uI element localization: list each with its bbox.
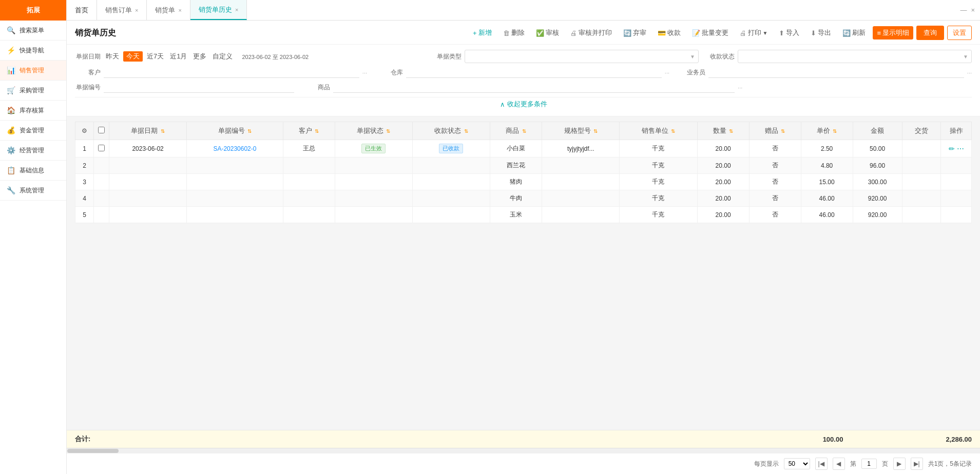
scroll-thumb[interactable] (67, 449, 119, 453)
quantity-col-label: 数量 (713, 127, 726, 134)
sidebar-item-sales-mgmt[interactable]: 📊 销售管理 (0, 61, 66, 81)
last-page-button[interactable]: ▶| (911, 458, 923, 470)
sidebar-item-search-menu[interactable]: 🔍 搜索菜单 (0, 21, 66, 41)
approve-print-button[interactable]: 🖨 审核并打印 (566, 26, 616, 40)
row-payment-status-1: 已收款 (412, 140, 490, 157)
abandon-icon: 🔄 (623, 29, 631, 37)
sidebar-item-purchase-mgmt[interactable]: 🛒 采购管理 (0, 81, 66, 101)
close-window-button[interactable]: × (971, 6, 975, 14)
collapse-button[interactable]: ∧ 收起更多条件 (75, 97, 972, 111)
settings-col-header[interactable]: ⚙ (75, 122, 94, 140)
unit-price-col-header[interactable]: 单价 ⇅ (801, 122, 853, 140)
search-icon: 🔍 (6, 26, 15, 35)
tab-sales-delivery-close[interactable]: × (178, 7, 181, 13)
row-doc-number-1[interactable]: SA-20230602-0 (187, 140, 283, 157)
quantity-col-header[interactable]: 数量 ⇅ (697, 122, 749, 140)
product-col-header[interactable]: 商品 ⇅ (490, 122, 542, 140)
export-icon: ⬇ (811, 29, 816, 37)
product-input[interactable] (333, 82, 735, 93)
query-button[interactable]: 查询 (916, 26, 944, 40)
payment-status-select[interactable]: ▼ (738, 50, 972, 63)
today-shortcut[interactable]: 今天 (123, 51, 143, 62)
sidebar-item-basic-info[interactable]: 📋 基础信息 (0, 161, 66, 181)
row-checkbox-2 (94, 157, 109, 174)
row-transaction-1 (902, 140, 940, 157)
per-page-select[interactable]: 50 100 200 (784, 458, 810, 469)
tab-sales-order[interactable]: 销售订单 × (97, 0, 147, 20)
warehouse-input[interactable] (406, 67, 662, 78)
page-number-input[interactable] (861, 459, 877, 469)
refresh-button[interactable]: 🔄 刷新 (838, 26, 870, 40)
print-button[interactable]: 🖨 打印 ▼ (736, 26, 772, 40)
delete-button[interactable]: 🗑 删除 (499, 26, 529, 40)
settings-button[interactable]: 设置 (947, 26, 972, 40)
customer-more-icon[interactable]: ··· (362, 70, 367, 76)
filter-row-1: 单据日期 昨天 今天 近7天 近1月 更多 自定义 2023-06-02 至 2… (75, 50, 972, 63)
abandon-button[interactable]: 🔄 弃审 (619, 26, 650, 40)
tab-home-label: 首页 (75, 6, 88, 15)
row-select-checkbox[interactable] (98, 145, 105, 151)
new-button[interactable]: + 新增 (469, 26, 496, 40)
edit-icon[interactable]: ✏ (949, 145, 955, 153)
salesperson-input[interactable] (708, 67, 964, 78)
customer-input[interactable] (104, 67, 359, 78)
more-icon[interactable]: ⋯ (957, 145, 964, 153)
row-actions-1: ✏ ⋯ (941, 140, 972, 157)
row-amount-4: 920.00 (853, 190, 902, 207)
more-shortcut[interactable]: 更多 (191, 51, 208, 62)
product-more-icon[interactable]: ··· (738, 85, 742, 91)
tab-sales-history-close[interactable]: × (235, 7, 238, 13)
approve-print-icon: 🖨 (570, 29, 577, 37)
export-button[interactable]: ⬇ 导出 (806, 26, 835, 40)
sales-unit-col-header[interactable]: 销售单位 ⇅ (620, 122, 697, 140)
tab-sales-order-close[interactable]: × (135, 7, 138, 13)
sidebar-item-ops-mgmt[interactable]: ⚙️ 经营管理 (0, 141, 66, 161)
doc-number-sort-icon: ⇅ (247, 128, 252, 134)
sidebar-item-inventory-calc[interactable]: 🏠 库存核算 (0, 101, 66, 121)
month-shortcut[interactable]: 近1月 (168, 51, 189, 62)
doc-number-col-header[interactable]: 单据编号 ⇅ (187, 122, 283, 140)
horizontal-scrollbar[interactable] (67, 448, 980, 453)
yesterday-shortcut[interactable]: 昨天 (104, 51, 121, 62)
sidebar-item-quick-nav[interactable]: ⚡ 快捷导航 (0, 41, 66, 61)
first-page-button[interactable]: |◀ (815, 458, 828, 470)
select-all-checkbox[interactable] (98, 127, 105, 133)
row-product-2: 西兰花 (490, 157, 542, 174)
tab-sales-history[interactable]: 销货单历史 × (190, 0, 247, 20)
doc-status-col-header[interactable]: 单据状态 ⇅ (335, 122, 412, 140)
row-checkbox-1[interactable] (94, 140, 109, 157)
approve-button[interactable]: ✅ 审核 (532, 26, 563, 40)
collect-button[interactable]: 💳 收款 (654, 26, 685, 40)
prev-page-button[interactable]: ◀ (833, 458, 845, 470)
sidebar-item-finance-mgmt[interactable]: 💰 资金管理 (0, 121, 66, 141)
warehouse-more-icon[interactable]: ··· (665, 70, 669, 76)
row-amount-1: 50.00 (853, 140, 902, 157)
minimize-button[interactable]: — (960, 6, 967, 14)
batch-change-button[interactable]: 📝 批量变更 (688, 26, 733, 40)
row-payment-status-3 (412, 174, 490, 190)
custom-shortcut[interactable]: 自定义 (210, 51, 235, 62)
tab-sales-delivery[interactable]: 销货单 × (147, 0, 190, 20)
week-shortcut[interactable]: 近7天 (145, 51, 166, 62)
table-header-row: ⚙ 单据日期 ⇅ 单据编号 ⇅ 客户 (75, 122, 972, 140)
customer-col-header[interactable]: 客户 ⇅ (283, 122, 335, 140)
gift-col-header[interactable]: 赠品 ⇅ (749, 122, 801, 140)
approve-icon: ✅ (536, 29, 544, 37)
spec-type-col-header[interactable]: 规格型号 ⇅ (542, 122, 620, 140)
row-payment-status-4 (412, 190, 490, 207)
row-doc-number-3 (187, 174, 283, 190)
doc-type-label: 单据类型 (436, 52, 462, 61)
row-checkbox-5 (94, 207, 109, 223)
sidebar-item-system-mgmt[interactable]: 🔧 系统管理 (0, 181, 66, 201)
product-label: 商品 (304, 83, 330, 92)
tab-home[interactable]: 首页 (67, 0, 97, 20)
next-page-button[interactable]: ▶ (893, 458, 906, 470)
payment-status-col-header[interactable]: 收款状态 ⇅ (412, 122, 490, 140)
import-button[interactable]: ⬆ 导入 (775, 26, 803, 40)
doc-type-select[interactable]: ▼ (465, 50, 699, 63)
salesperson-more-icon[interactable]: ··· (967, 70, 972, 76)
doc-date-col-header[interactable]: 单据日期 ⇅ (109, 122, 187, 140)
customer-col-label: 客户 (299, 127, 312, 134)
doc-number-input[interactable] (104, 82, 294, 93)
show-detail-button[interactable]: ≡ 显示明细 (873, 26, 913, 40)
